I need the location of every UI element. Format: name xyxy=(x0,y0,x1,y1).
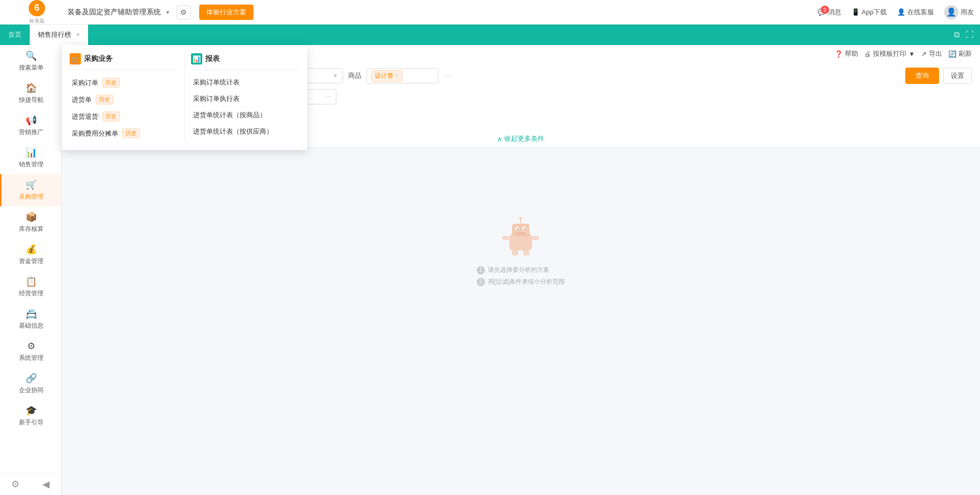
dropdown-item-po-exec[interactable]: 采购订单执行表 xyxy=(191,91,300,107)
history-tag-po: 历史 xyxy=(102,78,120,88)
goods-tag-close[interactable]: × xyxy=(395,72,399,79)
sidebar-item-guide[interactable]: 🎓 新手引导 xyxy=(0,400,61,432)
sales-icon: 📊 xyxy=(26,147,37,158)
collapse-icon: ∧ xyxy=(497,135,502,143)
message-btn[interactable]: 💬 9 消息 xyxy=(818,8,841,17)
goods-tag: 设计费 × xyxy=(371,70,402,82)
dropdown-item-return[interactable]: 进货退货 历史 xyxy=(70,108,178,125)
dropdown-item-receipt-stat[interactable]: 进货单统计表（按商品） xyxy=(191,107,300,123)
guide-icon: 🎓 xyxy=(26,405,37,416)
svg-rect-1 xyxy=(512,224,529,236)
finance-icon: 💰 xyxy=(26,244,37,255)
tab-fullscreen-icon[interactable]: ⛶ xyxy=(966,30,974,39)
svg-rect-11 xyxy=(532,236,539,240)
purchase-icon: 🛒 xyxy=(26,179,37,190)
salesperson-dots: ··· xyxy=(325,92,332,101)
purchase-title-icon: 🛒 xyxy=(70,53,81,64)
sidebar-label-search: 搜索菜单 xyxy=(19,63,44,72)
sidebar-item-operations[interactable]: 📋 经营管理 xyxy=(0,271,61,303)
history-tag-return: 历史 xyxy=(102,112,120,121)
avatar: 👤 xyxy=(944,5,958,19)
dropdown-divider xyxy=(184,53,185,142)
basic-icon: 📇 xyxy=(26,308,37,319)
empty-state: 1 请先选择要分析的方案 2 用[过滤]条件来缩小分析范围 xyxy=(61,148,980,353)
online-service-btn[interactable]: 👤 在线客服 xyxy=(897,8,934,17)
goods-label: 商品 xyxy=(348,71,361,80)
refresh-icon: 🔄 xyxy=(948,50,956,58)
sidebar-label-system: 系统管理 xyxy=(19,354,44,362)
system-icon: ⚙ xyxy=(27,340,35,352)
action-btns: 查询 设置 xyxy=(905,68,972,84)
query-btn[interactable]: 查询 xyxy=(905,68,939,84)
user-btn[interactable]: 👤 用友 xyxy=(944,5,974,19)
dropdown-item-expense[interactable]: 采购费用分摊单 历史 xyxy=(70,125,178,142)
sidebar-item-marketing[interactable]: 📢 营销推广 xyxy=(0,110,61,142)
dropdown-item-po[interactable]: 采购订单 历史 xyxy=(70,74,178,91)
settings-icon-btn[interactable]: ⚙ xyxy=(177,5,191,19)
help-btn[interactable]: ❓ 帮助 xyxy=(835,49,858,58)
sidebar-collapse-icon[interactable]: ◀ xyxy=(42,479,50,490)
sidebar-item-quicknav[interactable]: 🏠 快捷导航 xyxy=(0,77,61,110)
industry-btn[interactable]: 体验行业方案 xyxy=(199,5,253,20)
refresh-btn[interactable]: 🔄 刷新 xyxy=(948,49,972,58)
app-download-btn[interactable]: 📱 App下载 xyxy=(851,8,887,17)
export-icon: ↗ xyxy=(921,50,927,58)
help-icon: ❓ xyxy=(835,50,843,58)
sidebar-settings-icon[interactable]: ⚙ xyxy=(11,479,19,490)
phone-icon: 📱 xyxy=(851,8,860,16)
sidebar-item-purchase[interactable]: 🛒 采购管理 xyxy=(0,174,61,206)
export-btn[interactable]: ↗ 导出 xyxy=(921,49,942,58)
goods-more-dots[interactable]: ··· xyxy=(443,71,450,80)
svg-rect-9 xyxy=(523,250,529,255)
sidebar-item-search[interactable]: 🔍 搜索菜单 xyxy=(0,45,61,77)
empty-illustration xyxy=(495,214,546,261)
sidebar-item-system[interactable]: ⚙ 系统管理 xyxy=(0,335,61,368)
logo-icon: 6 xyxy=(29,0,45,16)
print-dropdown-icon[interactable]: ▼ xyxy=(908,50,915,58)
message-label: 消息 xyxy=(828,8,841,17)
sidebar-label-basic: 基础信息 xyxy=(19,321,44,330)
sidebar-label-sales: 销售管理 xyxy=(19,160,44,169)
report-title-icon: 📊 xyxy=(191,53,202,64)
svg-rect-0 xyxy=(509,234,532,250)
title-dropdown-icon[interactable]: ▼ xyxy=(165,9,171,15)
svg-rect-12 xyxy=(517,232,525,234)
tab-sales-rank-label: 销售排行榜 xyxy=(38,30,71,39)
dropdown-item-receipt-supplier-stat[interactable]: 进货单统计表（按供应商） xyxy=(191,123,300,140)
report-col: 📊 报表 采购订单统计表 采购订单执行表 进货单统计表（按商品） 进货单统计表（… xyxy=(191,53,300,142)
service-icon: 👤 xyxy=(897,8,905,16)
empty-step-1: 1 请先选择要分析的方案 xyxy=(477,266,565,274)
inventory-icon: 📦 xyxy=(26,211,37,223)
svg-rect-10 xyxy=(502,236,509,240)
tab-home-label: 首页 xyxy=(8,30,22,39)
sidebar-item-sales[interactable]: 📊 销售管理 xyxy=(0,142,61,174)
tab-home[interactable]: 首页 xyxy=(0,25,30,45)
system-title-text: 装备及固定资产辅助管理系统 xyxy=(68,8,161,17)
logo-area: 6 标准版 xyxy=(6,0,68,25)
history-tag-expense: 历史 xyxy=(122,128,140,138)
tab-close-icon[interactable]: × xyxy=(76,31,80,38)
sidebar: 🔍 搜索菜单 🏠 快捷导航 📢 营销推广 📊 销售管理 🛒 采购管理 📦 库存核… xyxy=(0,45,61,495)
message-badge: 9 xyxy=(821,6,829,14)
dropdown-item-receipt[interactable]: 进货单 历史 xyxy=(70,91,178,108)
sidebar-item-collab[interactable]: 🔗 企业协同 xyxy=(0,368,61,400)
purchase-col-title: 🛒 采购业务 xyxy=(70,53,178,70)
dropdown-item-po-stat[interactable]: 采购订单统计表 xyxy=(191,74,300,91)
sidebar-label-inventory: 库存核算 xyxy=(19,225,44,233)
sidebar-label-quicknav: 快捷导航 xyxy=(19,96,44,104)
sidebar-label-purchase: 采购管理 xyxy=(19,192,44,201)
tab-window-icon[interactable]: ⧉ xyxy=(954,30,960,39)
sidebar-bottom: ⚙ ◀ xyxy=(0,473,61,495)
setup-btn[interactable]: 设置 xyxy=(943,68,972,84)
sidebar-item-inventory[interactable]: 📦 库存核算 xyxy=(0,206,61,239)
svg-point-4 xyxy=(517,228,519,230)
tab-sales-rank[interactable]: 销售排行榜 × xyxy=(30,25,88,45)
goods-select[interactable]: 设计费 × xyxy=(367,68,438,83)
print-btn[interactable]: 🖨 按模板打印 ▼ xyxy=(864,49,915,58)
voucher-status-dropdown-icon: ▼ xyxy=(332,72,338,79)
top-header: 6 标准版 装备及固定资产辅助管理系统 ▼ ⚙ 体验行业方案 💬 9 消息 📱 … xyxy=(0,0,980,25)
sidebar-label-operations: 经营管理 xyxy=(19,289,44,298)
sidebar-item-finance[interactable]: 💰 资金管理 xyxy=(0,239,61,271)
sidebar-item-basic[interactable]: 📇 基础信息 xyxy=(0,303,61,335)
gear-icon: ⚙ xyxy=(180,8,187,16)
